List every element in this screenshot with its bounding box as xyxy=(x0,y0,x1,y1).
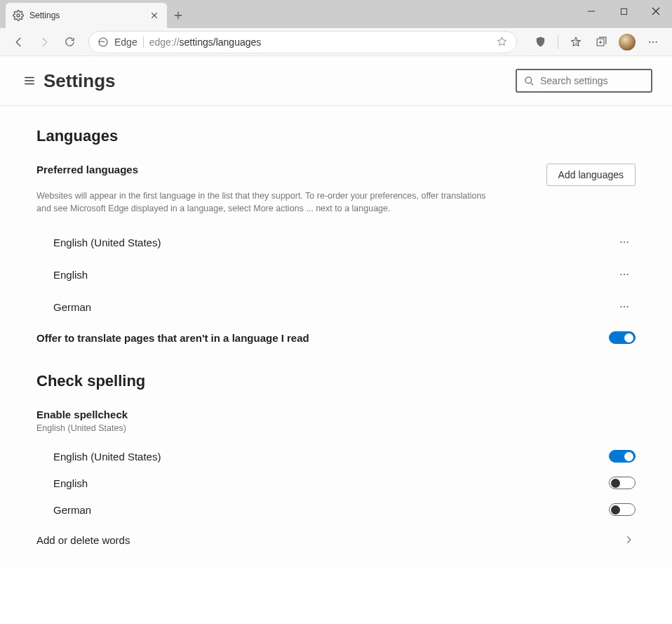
add-languages-button[interactable]: Add languages xyxy=(546,164,636,186)
titlebar: Settings xyxy=(0,0,672,28)
forward-button[interactable] xyxy=(32,30,56,54)
close-window-button[interactable] xyxy=(640,0,672,22)
profile-avatar[interactable] xyxy=(619,34,636,51)
toolbar-sep xyxy=(558,35,558,49)
preferred-languages-header: Preferred languages Add languages xyxy=(36,164,636,186)
translate-label: Offer to translate pages that aren't in … xyxy=(36,332,609,344)
preferred-languages-description: Websites will appear in the first langua… xyxy=(36,190,499,215)
search-settings-box[interactable] xyxy=(516,69,652,93)
svg-point-12 xyxy=(624,274,625,275)
page-title: Settings xyxy=(43,70,516,92)
back-button[interactable] xyxy=(7,30,31,54)
spellcheck-toggle[interactable] xyxy=(609,503,636,516)
favorites-button[interactable] xyxy=(564,30,588,54)
spellcheck-item-label: English (United States) xyxy=(53,451,609,463)
language-more-actions-button[interactable] xyxy=(613,298,636,315)
minimize-button[interactable] xyxy=(575,0,607,22)
add-delete-words-row[interactable]: Add or delete words xyxy=(36,523,636,547)
svg-point-8 xyxy=(620,241,621,243)
spellcheck-item: German xyxy=(36,496,636,523)
spellcheck-item: English (United States) xyxy=(36,443,636,470)
preferred-languages-heading: Preferred languages xyxy=(36,164,138,175)
tracking-shield-icon[interactable] xyxy=(528,30,552,54)
spellcheck-item-label: German xyxy=(53,504,609,516)
chevron-right-icon xyxy=(621,533,636,547)
svg-point-0 xyxy=(17,14,20,17)
svg-rect-1 xyxy=(621,8,626,14)
favorite-star-icon[interactable] xyxy=(496,36,508,48)
search-icon xyxy=(524,76,535,86)
window-controls xyxy=(575,0,672,22)
address-bar[interactable]: Edge edge://settings/languages xyxy=(88,31,517,53)
language-item: German xyxy=(36,291,636,323)
translate-toggle[interactable] xyxy=(609,331,636,344)
search-settings-input[interactable] xyxy=(540,75,663,86)
maximize-button[interactable] xyxy=(607,0,640,22)
language-more-actions-button[interactable] xyxy=(613,266,636,283)
tab-title: Settings xyxy=(29,11,143,20)
svg-point-10 xyxy=(627,241,629,243)
enable-spellcheck-heading: Enable spellcheck xyxy=(36,409,636,420)
spellcheck-item: English xyxy=(36,470,636,496)
spellcheck-toggle[interactable] xyxy=(609,477,636,489)
svg-point-2 xyxy=(99,38,107,46)
svg-point-5 xyxy=(652,41,654,42)
spelling-section-title: Check spelling xyxy=(36,372,636,390)
spellcheck-list: English (United States)EnglishGerman xyxy=(36,443,636,523)
toolbar-right xyxy=(524,30,665,54)
svg-point-6 xyxy=(656,41,657,42)
edge-icon xyxy=(98,36,109,48)
svg-point-11 xyxy=(620,274,621,275)
settings-header: Settings xyxy=(0,56,672,106)
svg-point-9 xyxy=(624,241,625,243)
svg-point-15 xyxy=(624,306,625,307)
browser-tab[interactable]: Settings xyxy=(6,3,167,28)
hamburger-menu-button[interactable] xyxy=(20,71,39,91)
settings-content: Languages Preferred languages Add langua… xyxy=(0,106,672,568)
spellcheck-item-label: English xyxy=(53,477,609,489)
svg-point-7 xyxy=(525,77,532,83)
url-text: edge://settings/languages xyxy=(149,36,490,48)
svg-point-13 xyxy=(627,274,629,275)
svg-point-14 xyxy=(620,306,621,307)
language-more-actions-button[interactable] xyxy=(613,234,636,251)
svg-point-4 xyxy=(649,41,650,42)
language-item-label: English (United States) xyxy=(53,237,613,248)
translate-toggle-row: Offer to translate pages that aren't in … xyxy=(36,323,636,344)
gear-icon xyxy=(13,10,24,21)
language-item-label: German xyxy=(53,301,613,313)
add-delete-words-label: Add or delete words xyxy=(36,534,621,546)
language-item: English xyxy=(36,258,636,291)
collections-button[interactable] xyxy=(589,30,613,54)
addressbar-divider xyxy=(143,36,144,48)
site-label: Edge xyxy=(114,36,137,48)
language-list: English (United States)EnglishGerman xyxy=(36,226,636,323)
more-menu-button[interactable] xyxy=(641,30,665,54)
language-item: English (United States) xyxy=(36,226,636,258)
close-tab-icon[interactable] xyxy=(149,10,160,21)
language-item-label: English xyxy=(53,269,613,281)
refresh-button[interactable] xyxy=(58,30,81,54)
browser-toolbar: Edge edge://settings/languages xyxy=(0,28,672,56)
spellcheck-toggle[interactable] xyxy=(609,450,636,463)
enable-spellcheck-subtext: English (United States) xyxy=(36,423,636,433)
languages-section-title: Languages xyxy=(36,127,636,145)
new-tab-button[interactable] xyxy=(167,3,189,28)
svg-point-16 xyxy=(627,306,629,307)
